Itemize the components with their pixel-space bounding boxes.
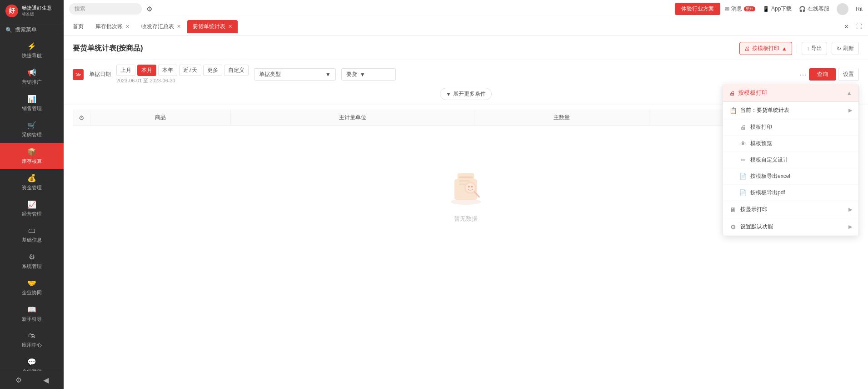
expand-chevron-icon: ▼ (446, 91, 451, 97)
sidebar-item-finance[interactable]: 💰 资金管理 (0, 169, 64, 196)
tab-batch-label: 库存批次账 (95, 23, 123, 30)
basic-icon: 🗃 (28, 227, 35, 235)
filter-expand-icon[interactable]: ≫ (73, 69, 84, 80)
search-icon: 🔍 (5, 27, 12, 33)
sidebar-item-appstore[interactable]: 🛍 应用中心 (0, 327, 64, 353)
template-preview-item[interactable]: 👁 模板预览 (723, 136, 858, 152)
chevron-up-dropdown-icon[interactable]: ▲ (846, 90, 852, 96)
sidebar-item-sales[interactable]: 📊 销售管理 (0, 90, 64, 116)
page-content: 要货单统计表(按商品) 🖨 按模板打印 ▲ ↑ 导出 ↻ 刷新 (64, 35, 868, 389)
export-button[interactable]: ↑ 导出 (802, 42, 827, 55)
print-template-button[interactable]: 🖨 按模板打印 ▲ (739, 42, 792, 55)
app-logo-text: 畅捷通好生意 标准版 (22, 5, 52, 17)
display-print-arrow: ▶ (848, 207, 852, 212)
messages-button[interactable]: ✉ 消息 99+ (725, 5, 755, 13)
svg-rect-3 (459, 177, 473, 178)
industry-solution-button[interactable]: 体验行业方案 (675, 3, 720, 15)
this-year-btn[interactable]: 本年 (158, 65, 177, 76)
collapse-sidebar-icon[interactable]: ◀ (43, 376, 49, 384)
tabs-bar: 首页 库存批次账 ✕ 收发存汇总表 ✕ 要货单统计表 ✕ ✕ ⛶ (64, 18, 868, 35)
close-tab-button[interactable]: ✕ (841, 21, 852, 32)
tab-collection-close[interactable]: ✕ (177, 24, 181, 30)
sidebar-footer: ⚙ ◀ (0, 371, 64, 389)
tab-batch[interactable]: 库存批次账 ✕ (90, 20, 135, 33)
query-button[interactable]: 查询 (809, 68, 836, 81)
shortcut-icon: ⚡ (27, 42, 36, 51)
guide-label: 新手引导 (22, 316, 42, 323)
maximize-tab-button[interactable]: ⛶ (853, 21, 864, 32)
date-buttons: 上月 本月 本年 近7天 更多 自定义 (116, 65, 249, 76)
appstore-label: 应用中心 (22, 342, 42, 349)
tab-home[interactable]: 首页 (67, 20, 89, 33)
sidebar-item-purchase[interactable]: 🛒 采购管理 (0, 116, 64, 143)
chevron-up-icon: ▲ (782, 45, 787, 52)
dropdown-printer-icon: 🖨 (729, 90, 735, 96)
sidebar-item-inventory[interactable]: 📦 库存核算 (0, 143, 64, 169)
guide-icon: 📖 (27, 305, 36, 314)
template-pdf-item[interactable]: 📄 按模板导出pdf (723, 185, 858, 201)
sidebar-item-guide[interactable]: 📖 新手引导 (0, 301, 64, 327)
template-design-item[interactable]: ✏ 模板自定义设计 (723, 152, 858, 168)
settings-footer-icon[interactable]: ⚙ (15, 376, 22, 384)
inventory-label: 库存核算 (22, 158, 42, 165)
tab-order-stats[interactable]: 要货单统计表 ✕ (187, 20, 238, 33)
set-default-arrow: ▶ (848, 224, 852, 230)
table-settings-icon[interactable]: ⚙ (79, 114, 85, 121)
print-dropdown: 🖨 按模板打印 ▲ 📋 当前：要货单统计表 ▶ 🖨 模板打印 👁 (723, 84, 859, 236)
main-content: 搜索 ⚙ 体验行业方案 ✉ 消息 99+ 📱 App下载 🎧 在线客服 Rit … (64, 0, 868, 389)
page-header: 要货单统计表(按商品) 🖨 按模板打印 ▲ ↑ 导出 ↻ 刷新 (64, 35, 868, 60)
col-quantity: 主数量 (474, 110, 649, 126)
operation-icon: 📈 (27, 200, 36, 209)
last7-btn[interactable]: 近7天 (179, 65, 201, 76)
display-print-icon: 🖥 (729, 206, 737, 213)
doc-type-filter[interactable]: 单据类型 ▼ (254, 68, 336, 81)
topbar: 搜索 ⚙ 体验行业方案 ✉ 消息 99+ 📱 App下载 🎧 在线客服 Rit (64, 0, 868, 18)
sidebar: 好 畅捷通好生意 标准版 🔍 搜索菜单 ⚡ 快捷导航 📢 营销推广 📊 销售管理… (0, 0, 64, 389)
template-print-item[interactable]: 🖨 模板打印 (723, 119, 858, 136)
tab-home-label: 首页 (73, 23, 84, 30)
set-default-item[interactable]: ⚙ 设置默认功能 ▶ (723, 218, 858, 236)
sidebar-item-operation[interactable]: 📈 经营管理 (0, 196, 64, 222)
tab-collection[interactable]: 收发存汇总表 ✕ (136, 20, 186, 33)
date-range-display: 2023-06-01 至 2023-06-30 (116, 77, 249, 84)
basic-label: 基础信息 (22, 237, 42, 243)
sidebar-item-system[interactable]: ⚙ 系统管理 (0, 248, 64, 274)
svg-rect-4 (459, 180, 469, 182)
topbar-search-box[interactable]: 搜索 (69, 3, 142, 15)
tab-batch-close[interactable]: ✕ (125, 24, 130, 30)
user-name[interactable]: Rit (856, 6, 863, 12)
app-logo-icon: 好 (5, 5, 18, 17)
app-download-button[interactable]: 📱 App下载 (763, 5, 792, 13)
set-default-icon: ⚙ (729, 223, 737, 231)
expand-more-btn[interactable]: ▼ 展开更多条件 (440, 88, 492, 100)
this-month-btn[interactable]: 本月 (137, 65, 156, 76)
more-actions-icon[interactable]: ⋯ (799, 70, 807, 80)
user-avatar[interactable] (837, 3, 848, 15)
purchase-icon: 🛒 (27, 121, 36, 130)
sidebar-item-marketing[interactable]: 📢 营销推广 (0, 64, 64, 90)
order-type-filter[interactable]: 要货 ▼ (341, 68, 396, 81)
more-date-btn[interactable]: 更多 (203, 65, 222, 76)
sidebar-item-basic[interactable]: 🗃 基础信息 (0, 222, 64, 248)
current-template-arrow: ▶ (848, 107, 852, 113)
sidebar-item-collab[interactable]: 🤝 企业协同 (0, 274, 64, 301)
template-print-icon: 🖨 (739, 124, 747, 131)
sidebar-search[interactable]: 🔍 搜索菜单 (0, 22, 64, 37)
current-template-item[interactable]: 📋 当前：要货单统计表 ▶ (723, 102, 858, 119)
sidebar-item-shortcut[interactable]: ⚡ 快捷导航 (0, 37, 64, 64)
sidebar-item-wechat[interactable]: 💬 企业微信 (0, 353, 64, 371)
topbar-right-actions: ✉ 消息 99+ 📱 App下载 🎧 在线客服 Rit (725, 3, 863, 15)
topbar-gear-icon[interactable]: ⚙ (146, 5, 152, 13)
date-filter-label: 单据日期 (89, 71, 111, 78)
settings-button[interactable]: 设置 (838, 68, 859, 81)
template-pdf-icon: 📄 (739, 189, 747, 196)
template-excel-item[interactable]: 📄 按模板导出excel (723, 168, 858, 185)
tab-order-stats-close[interactable]: ✕ (228, 24, 232, 30)
chevron-down-icon: ▼ (325, 71, 331, 78)
online-service-button[interactable]: 🎧 在线客服 (799, 5, 829, 13)
custom-date-btn[interactable]: 自定义 (224, 65, 249, 76)
display-print-item[interactable]: 🖥 按显示打印 ▶ (723, 201, 858, 218)
order-type-label: 要货 (346, 71, 357, 78)
prev-month-btn[interactable]: 上月 (116, 65, 135, 76)
refresh-button[interactable]: ↻ 刷新 (832, 42, 859, 55)
